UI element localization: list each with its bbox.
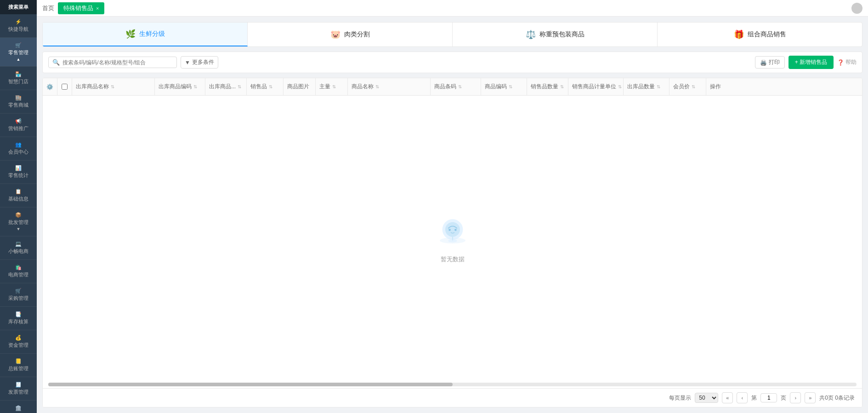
topnav-right xyxy=(851,3,862,14)
svg-point-4 xyxy=(454,229,457,231)
sidebar-item-basic-info-1[interactable]: 📋 基础信息 xyxy=(0,184,37,207)
tab-label: 特殊销售品 xyxy=(63,4,93,12)
help-button[interactable]: ❓ 帮助 xyxy=(837,58,857,66)
th-settings[interactable]: ⚙️ xyxy=(43,78,57,95)
select-all-checkbox[interactable] xyxy=(62,84,68,90)
sort-warehouse-spec-icon[interactable]: ⇅ xyxy=(238,84,241,89)
sidebar-item-retail-mall[interactable]: 🏬 零售商城 xyxy=(0,90,37,114)
sidebar-item-smart-store[interactable]: 🏪 智慧门店 xyxy=(0,67,37,90)
sort-weight-icon[interactable]: ⇅ xyxy=(332,84,336,89)
sort-sale-qty-icon[interactable]: ⇅ xyxy=(560,84,564,89)
th-product-name: 商品名称 ⇅ xyxy=(348,78,431,95)
tab-weight-package[interactable]: ⚖️ 称重预包装商品 xyxy=(453,23,658,46)
meat-cut-icon: 🐷 xyxy=(330,29,340,40)
basic-info-1-icon: 📋 xyxy=(15,189,22,195)
inventory-icon: 📑 xyxy=(15,311,22,317)
sidebar-item-tax[interactable]: 🏛️ 税务管理 xyxy=(0,401,37,413)
sidebar-search[interactable]: 搜索菜单 xyxy=(0,0,37,14)
tax-icon: 🏛️ xyxy=(15,405,22,411)
retail-stats-icon: 📊 xyxy=(15,165,22,171)
th-member-price: 会员价 ⇅ xyxy=(669,78,706,95)
sort-product-code-icon[interactable]: ⇅ xyxy=(509,84,512,89)
sidebar-item-members[interactable]: 👥 会员中心 xyxy=(0,137,37,161)
smart-store-icon: 🏪 xyxy=(15,71,22,77)
page-input[interactable] xyxy=(760,393,777,402)
sidebar-item-ecom-mgmt[interactable]: 🛍️ 电商管理 xyxy=(0,260,37,283)
total-label: 共0页 0条记录 xyxy=(819,394,855,402)
combo-sales-icon: 🎁 xyxy=(734,29,744,40)
first-page-button[interactable]: « xyxy=(722,392,733,403)
search-box[interactable]: 🔍 xyxy=(48,57,177,68)
sidebar-item-retail-stats[interactable]: 📊 零售统计 xyxy=(0,161,37,184)
svg-point-3 xyxy=(448,229,451,231)
data-table: ⚙️ 出库商品名称 ⇅ 出库商品编码 ⇅ 出库商品... ⇅ xyxy=(42,78,862,407)
prev-page-button[interactable]: ‹ xyxy=(737,392,748,403)
sidebar-item-wholesale[interactable]: 📦 批发管理 ▼ xyxy=(0,207,37,236)
special-sales-tab[interactable]: 特殊销售品 × xyxy=(58,2,104,14)
horizontal-scrollbar[interactable] xyxy=(48,383,857,386)
th-barcode: 商品条码 ⇅ xyxy=(431,78,481,95)
last-page-button[interactable]: » xyxy=(805,392,816,403)
sidebar-item-quick-nav[interactable]: ⚡ 快捷导航 xyxy=(0,14,37,38)
filter-button[interactable]: ▼ 更多条件 xyxy=(181,56,218,69)
sidebar-item-ecommerce[interactable]: 💻 小畅电商 xyxy=(0,236,37,260)
sort-sale-icon[interactable]: ⇅ xyxy=(269,84,272,89)
toolbar: 🔍 ▼ 更多条件 🖨️ 打印 + 新增销售品 ❓ 帮助 xyxy=(42,52,862,73)
th-sale-qty: 销售品数量 ⇅ xyxy=(527,78,568,95)
help-icon: ❓ xyxy=(837,59,844,66)
retail-icon: 🛒 xyxy=(15,42,22,48)
tab-combo-sales[interactable]: 🎁 组合商品销售 xyxy=(658,23,862,46)
help-label: 帮助 xyxy=(845,58,857,66)
sort-product-name-icon[interactable]: ⇅ xyxy=(375,84,379,89)
sort-warehouse-name-icon[interactable]: ⇅ xyxy=(111,84,114,89)
category-tabs: 🌿 生鲜分级 🐷 肉类分割 ⚖️ 称重预包装商品 🎁 组合商品销售 xyxy=(42,22,862,47)
sort-sale-unit-icon[interactable]: ⇅ xyxy=(618,84,622,89)
wholesale-arrow-icon: ▼ xyxy=(17,227,21,231)
add-sales-button[interactable]: + 新增销售品 xyxy=(789,56,834,69)
print-button[interactable]: 🖨️ 打印 xyxy=(755,56,785,69)
sidebar-item-inventory[interactable]: 📑 库存核算 xyxy=(0,307,37,330)
sidebar-item-ledger[interactable]: 📒 总账管理 xyxy=(0,354,37,377)
ecommerce-icon: 💻 xyxy=(15,241,22,247)
sidebar-item-marketing[interactable]: 📢 营销推广 xyxy=(0,114,37,137)
quick-nav-icon: ⚡ xyxy=(15,19,22,25)
empty-text: 暂无数据 xyxy=(441,255,465,264)
tab-fresh-grade-label: 生鲜分级 xyxy=(139,30,165,38)
sidebar-item-purchase[interactable]: 🛒 采购管理 xyxy=(0,283,37,307)
next-page-button[interactable]: › xyxy=(790,392,801,403)
tab-meat-cut-label: 肉类分割 xyxy=(344,30,370,39)
sidebar-item-invoice[interactable]: 🧾 发票管理 xyxy=(0,377,37,401)
sort-member-price-icon[interactable]: ⇅ xyxy=(692,84,695,89)
sidebar-item-retail[interactable]: 🛒 零售管理 ▲ xyxy=(0,38,37,67)
close-tab-icon[interactable]: × xyxy=(96,6,99,11)
user-avatar[interactable] xyxy=(851,3,862,14)
marketing-icon: 📢 xyxy=(15,118,22,124)
fresh-grade-icon: 🌿 xyxy=(125,29,136,39)
finance-icon: 💰 xyxy=(15,335,22,341)
retail-mall-icon: 🏬 xyxy=(15,95,22,101)
per-page-select[interactable]: 50 100 200 xyxy=(695,393,718,403)
th-warehouse-spec: 出库商品... ⇅ xyxy=(205,78,247,95)
home-breadcrumb[interactable]: 首页 xyxy=(42,4,54,12)
tab-meat-cut[interactable]: 🐷 肉类分割 xyxy=(248,23,453,46)
toolbar-right: 🖨️ 打印 + 新增销售品 ❓ 帮助 xyxy=(755,56,857,69)
th-sale-item: 销售品 ⇅ xyxy=(247,78,284,95)
search-input[interactable] xyxy=(62,59,173,66)
purchase-icon: 🛒 xyxy=(15,288,22,294)
svg-point-5 xyxy=(448,240,457,242)
per-page-label: 每页显示 xyxy=(669,394,691,402)
filter-label: 更多条件 xyxy=(192,58,214,66)
pagination: 每页显示 50 100 200 « ‹ 第 页 › xyxy=(43,388,862,407)
invoice-icon: 🧾 xyxy=(15,382,22,388)
sort-out-qty-icon[interactable]: ⇅ xyxy=(657,84,660,89)
th-sale-unit: 销售商品计量单位 ⇅ xyxy=(568,78,624,95)
tab-fresh-grade[interactable]: 🌿 生鲜分级 xyxy=(43,23,248,46)
column-settings-icon: ⚙️ xyxy=(46,84,53,90)
sidebar-item-finance[interactable]: 💰 资金管理 xyxy=(0,330,37,354)
scrollbar-thumb[interactable] xyxy=(48,383,453,386)
empty-state-illustration xyxy=(434,213,471,250)
page-label: 第 xyxy=(751,394,757,402)
sort-barcode-icon[interactable]: ⇅ xyxy=(458,84,462,89)
th-checkbox[interactable] xyxy=(57,78,72,95)
sort-warehouse-code-icon[interactable]: ⇅ xyxy=(193,84,197,89)
